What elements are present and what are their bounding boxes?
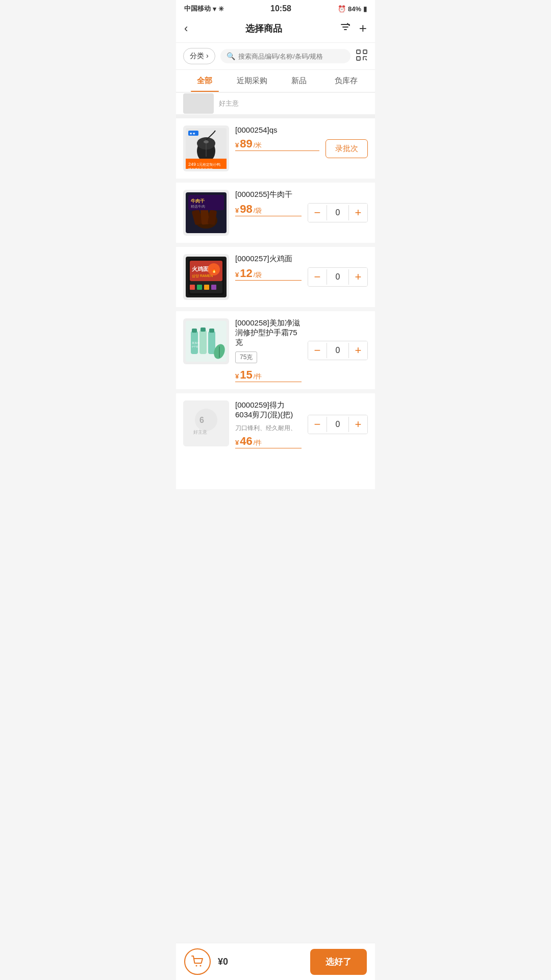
svg-text:★★: ★★ [189,132,195,135]
battery-text: 84% [348,5,361,13]
svg-text:1元抢定制小鸭: 1元抢定制小鸭 [197,163,220,166]
svg-line-9 [365,59,367,60]
qty-increase-0000257[interactable]: + [349,268,367,286]
product-price-0000255: ¥ 98 /袋 [235,204,302,216]
product-info-0000257: [0000257]火鸡面 ¥ 12 /袋 [235,254,302,281]
product-info-0000255: [0000255]牛肉干 ¥ 98 /袋 [235,190,302,216]
product-name-0000258: [0000258]美加净滋润修护型护手霜75克 [235,318,302,347]
svg-text:好主意: 好主意 [193,430,207,435]
svg-point-53 [195,409,217,431]
tab-new[interactable]: 新品 [276,70,323,92]
product-action-0000254: 录批次 [325,139,368,158]
product-image-0000259: 6 好主意 [183,400,229,446]
product-image-0000254: ★★ 249 1元抢定制小鸭 晒单赠厨房保鲜袋 [183,125,229,171]
qty-control-0000257: − 0 + [308,267,368,287]
back-button[interactable]: ‹ [184,23,188,34]
product-desc-0000259: 刀口锋利、经久耐用、 [235,424,302,433]
svg-rect-6 [357,57,360,60]
product-tabs: 全部 近期采购 新品 负库存 [176,70,375,93]
signal-icon: ✳ [218,5,224,13]
svg-text:牛肉干: 牛肉干 [191,198,205,204]
product-item-0000257: 火鸡面 삼양 RAMEN 🔥 [0000257]火鸡面 ¥ 12 /袋 [176,247,375,307]
page-header: ‹ 选择商品 + [176,15,375,43]
svg-text:🔥: 🔥 [211,267,217,273]
product-item-0000259: 6 好主意 [0000259]得力6034剪刀(混)(把) 刀口锋利、经久耐用、… [176,393,375,489]
category-button[interactable]: 分类 › [183,48,215,64]
qty-value-0000259: 0 [327,417,349,432]
product-name-0000259: [0000259]得力6034剪刀(混)(把) [235,400,302,420]
scan-button[interactable] [356,49,368,64]
product-item-0000254: ★★ 249 1元抢定制小鸭 晒单赠厨房保鲜袋 [0000254]qs ¥ 89 [176,118,375,179]
product-info-0000259: [0000259]得力6034剪刀(混)(把) 刀口锋利、经久耐用、 ¥ 46 … [235,400,302,448]
svg-text:6: 6 [199,416,204,424]
svg-text:精选牛肉: 精选牛肉 [191,205,205,208]
alarm-icon: ⏰ [338,5,346,13]
qty-value-0000258: 0 [327,343,349,358]
tab-negative[interactable]: 负库存 [323,70,370,92]
product-tag-0000258: 75克 [235,351,257,363]
chevron-icon: › [206,52,209,60]
qty-value-0000255: 0 [327,205,349,220]
header-right: + [340,20,367,36]
svg-rect-4 [357,50,360,54]
svg-rect-47 [209,329,214,333]
qty-increase-0000259[interactable]: + [349,415,367,434]
battery-icon: ▮ [363,5,367,13]
partial-product-label: 好主意 [219,99,239,108]
tab-all[interactable]: 全部 [181,70,229,92]
time-display: 10:58 [270,4,291,13]
qty-decrease-0000258[interactable]: − [308,341,327,360]
svg-rect-44 [208,331,215,354]
svg-text:249: 249 [188,162,196,167]
status-right: ⏰ 84% ▮ [338,5,367,13]
qty-increase-0000255[interactable]: + [349,204,367,222]
svg-text:护手霜: 护手霜 [191,345,198,348]
search-input[interactable] [238,53,344,60]
svg-rect-39 [204,285,209,290]
wifi-icon: ▾ [213,5,216,13]
product-image-0000257: 火鸡面 삼양 RAMEN 🔥 [183,254,229,300]
search-icon: 🔍 [227,52,235,60]
product-name-0000257: [0000257]火鸡面 [235,254,302,264]
qty-increase-0000258[interactable]: + [349,341,367,360]
qty-decrease-0000257[interactable]: − [308,268,327,286]
partial-product-image [183,93,214,114]
product-item-0000255: 牛肉干 精选牛肉 [0000255]牛肉干 ¥ 98 /袋 − 0 + [176,183,375,243]
product-action-0000258: − 0 + [308,341,368,360]
status-bar: 中国移动 ▾ ✳ 10:58 ⏰ 84% ▮ [176,0,375,15]
svg-point-16 [204,140,209,143]
product-list: ★★ 249 1元抢定制小鸭 晒单赠厨房保鲜袋 [0000254]qs ¥ 89 [176,118,375,489]
product-price-0000258: ¥ 15 /件 [235,369,302,382]
qty-decrease-0000259[interactable]: − [308,415,327,434]
product-name-0000255: [0000255]牛肉干 [235,190,302,199]
qty-decrease-0000255[interactable]: − [308,204,327,222]
product-item-0000258: 美加净 护手霜 [0000258]美加净滋润修护型护手霜75克 75克 ¥ 15… [176,311,375,389]
product-action-0000259: − 0 + [308,415,368,434]
svg-text:晒单赠厨房保鲜袋: 晒单赠厨房保鲜袋 [188,167,213,169]
svg-rect-46 [201,328,206,332]
add-product-button[interactable]: + [359,20,367,36]
product-name-0000254: [0000254]qs [235,125,319,134]
product-price-0000254: ¥ 89 /米 [235,138,319,151]
svg-rect-45 [192,329,197,333]
carrier-text: 中国移动 [184,4,211,13]
svg-text:美加净: 美加净 [192,341,199,344]
product-price-0000257: ¥ 12 /袋 [235,268,302,281]
page-title: 选择商品 [245,22,282,35]
status-left: 中国移动 ▾ ✳ [184,4,224,13]
qty-value-0000257: 0 [327,269,349,285]
qty-control-0000258: − 0 + [308,341,368,360]
filter-button[interactable] [340,21,351,35]
search-area: 分类 › 🔍 [176,43,375,70]
product-action-0000257: − 0 + [308,267,368,287]
partial-product-row: 好主意 [176,93,375,118]
svg-text:火鸡面: 火鸡面 [191,266,209,272]
product-info-0000258: [0000258]美加净滋润修护型护手霜75克 75克 ¥ 15 /件 [235,318,302,382]
svg-rect-5 [363,50,367,54]
tab-recent[interactable]: 近期采购 [229,70,276,92]
product-info-0000254: [0000254]qs ¥ 89 /米 [235,125,319,151]
search-input-wrap: 🔍 [220,49,350,63]
svg-text:삼양 RAMEN: 삼양 RAMEN [192,274,213,278]
batch-record-button-0000254[interactable]: 录批次 [325,139,368,158]
product-image-0000258: 美加净 护手霜 [183,318,229,364]
